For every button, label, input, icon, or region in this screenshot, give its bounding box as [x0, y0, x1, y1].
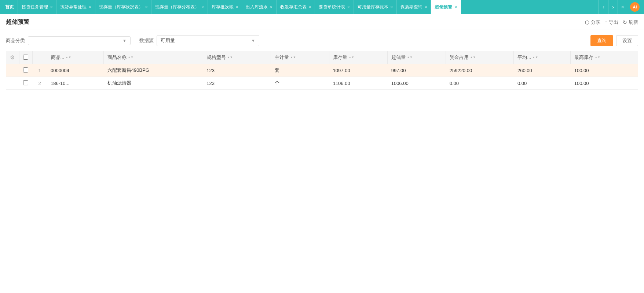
export-icon: ↑ [605, 19, 607, 25]
close-icon[interactable]: × [201, 5, 204, 9]
th-overstock: 超储量 ▲▼ [388, 51, 446, 64]
row-avg: 260.00 [514, 64, 571, 77]
th-spec: 规格型号 ▲▼ [203, 51, 271, 64]
close-icon[interactable]: × [145, 5, 147, 9]
row-stock: 1097.00 [329, 64, 388, 77]
chevron-down-icon: ▼ [122, 38, 127, 43]
sort-stock[interactable]: 库存量 ▲▼ [333, 54, 354, 61]
nav-tab-task-mgmt[interactable]: 拣货任务管理 × [18, 0, 56, 14]
row-gear [6, 64, 19, 77]
export-button[interactable]: ↑ 导出 [605, 19, 618, 26]
sort-arrows-icon: ▲▼ [227, 56, 233, 59]
nav-tab-quality-check[interactable]: 保质期查询 × [397, 0, 431, 14]
nav-prev-button[interactable]: ‹ [599, 0, 608, 14]
row-max-stock: 100.00 [571, 64, 638, 77]
page-title: 超储预警 [6, 18, 29, 26]
nav-tab-label: 库存批次账 [212, 4, 234, 10]
nav-tab-stock-dist[interactable]: 现存量（库存分布表） × [151, 0, 208, 14]
refresh-button[interactable]: ↻ 刷新 [623, 19, 638, 26]
close-icon[interactable]: × [347, 5, 350, 9]
row-checkbox[interactable] [23, 80, 28, 85]
sort-item-code[interactable]: 商品... ▲▼ [51, 54, 72, 61]
sort-unit[interactable]: 主计量 ▲▼ [275, 54, 296, 61]
settings-button[interactable]: 设置 [616, 35, 638, 46]
top-nav: 首页 拣货任务管理 × 拣货异常处理 × 现存量（库存状况表） × 现存量（库存… [0, 0, 644, 14]
close-icon[interactable]: × [425, 5, 427, 9]
nav-next-button[interactable]: › [608, 0, 618, 14]
category-filter: 商品分类 ▼ [6, 36, 131, 45]
nav-tab-io-flow[interactable]: 出入库流水 × [242, 0, 276, 14]
nav-tab-order-stat[interactable]: 要货单统计表 × [315, 0, 354, 14]
row-unit: 套 [271, 64, 329, 77]
row-avg: 0.00 [514, 77, 571, 90]
sort-arrows-icon: ▲▼ [532, 56, 538, 59]
share-button[interactable]: ⬡ 分享 [585, 19, 600, 26]
sort-item-name[interactable]: 商品名称 ▲▼ [107, 54, 133, 61]
row-capital: 0.00 [446, 77, 514, 90]
sort-overstock[interactable]: 超储量 ▲▼ [391, 54, 413, 61]
table-header-row: ⚙ 商品... ▲▼ 商品名称 [6, 51, 638, 64]
nav-tab-overstock-alert[interactable]: 超储预警 × [431, 0, 461, 14]
nav-arrows: ‹ › × [599, 0, 627, 14]
nav-tab-label: 超储预警 [435, 4, 452, 10]
datasource-label: 数据源 [139, 37, 154, 44]
overstock-table: ⚙ 商品... ▲▼ 商品名称 [6, 51, 638, 90]
table-row: 2 186-10... 机油滤清器 123 个 1106.00 1006.00 … [6, 77, 638, 90]
row-unit: 个 [271, 77, 329, 90]
chevron-down-icon: ▼ [251, 38, 255, 43]
sort-arrows-icon: ▲▼ [348, 56, 354, 59]
row-item-code: 186-10... [47, 77, 104, 90]
sort-avg[interactable]: 平均... ▲▼ [517, 54, 538, 61]
close-icon[interactable]: × [454, 5, 457, 9]
close-icon[interactable]: × [89, 5, 91, 9]
share-icon: ⬡ [585, 19, 589, 25]
nav-tab-collect-summary[interactable]: 收发存汇总表 × [277, 0, 315, 14]
datasource-filter: 数据源 可用量 ▼ [139, 35, 259, 46]
query-button[interactable]: 查询 [590, 35, 613, 46]
close-icon[interactable]: × [391, 5, 393, 9]
th-gear: ⚙ [6, 51, 19, 64]
nav-tab-stock-batch[interactable]: 库存批次账 × [208, 0, 242, 14]
row-stock: 1106.00 [329, 77, 388, 90]
nav-tab-label: 出入库流水 [246, 4, 268, 10]
row-checkbox[interactable] [23, 67, 28, 73]
nav-tab-label: 拣货任务管理 [22, 4, 48, 10]
nav-more-button[interactable]: × [618, 0, 627, 14]
nav-tab-stock-status[interactable]: 现存量（库存状况表） × [95, 0, 151, 14]
th-stock: 库存量 ▲▼ [329, 51, 388, 64]
nav-tab-label: 可用量库存账本 [358, 4, 388, 10]
gear-icon[interactable]: ⚙ [10, 54, 15, 60]
row-max-stock: 100.00 [571, 77, 638, 90]
sort-arrows-icon: ▲▼ [65, 56, 71, 59]
category-select[interactable]: ▼ [28, 36, 131, 45]
close-icon[interactable]: × [50, 5, 52, 9]
sort-spec[interactable]: 规格型号 ▲▼ [207, 54, 233, 61]
row-item-code: 0000004 [47, 64, 104, 77]
sort-capital[interactable]: 资金占用 ▲▼ [450, 54, 476, 61]
sort-arrows-icon: ▲▼ [290, 56, 296, 59]
page-content: 超储预警 ⬡ 分享 ↑ 导出 ↻ 刷新 商品分类 ▼ 数据源 [0, 14, 644, 293]
th-check [19, 51, 32, 64]
filter-area: 商品分类 ▼ 数据源 可用量 ▼ 查询 设置 [0, 30, 644, 51]
nav-tab-label: 拣货异常处理 [60, 4, 87, 10]
datasource-select[interactable]: 可用量 ▼ [157, 35, 259, 46]
close-icon[interactable]: × [236, 5, 238, 9]
th-capital: 资金占用 ▲▼ [446, 51, 514, 64]
sort-max-stock[interactable]: 最高库存 ▲▼ [574, 54, 600, 61]
page-header: 超储预警 ⬡ 分享 ↑ 导出 ↻ 刷新 [0, 14, 644, 30]
close-icon[interactable]: × [270, 5, 272, 9]
select-all-checkbox[interactable] [23, 55, 28, 60]
row-spec: 123 [203, 64, 271, 77]
nav-tab-home[interactable]: 首页 [1, 0, 18, 14]
row-index: 1 [32, 64, 47, 77]
table-container: ⚙ 商品... ▲▼ 商品名称 [0, 51, 644, 90]
row-index: 2 [32, 77, 47, 90]
nav-tab-label: 现存量（库存状况表） [99, 4, 143, 10]
nav-tab-avail-stock[interactable]: 可用量库存账本 × [354, 0, 397, 14]
th-item-code: 商品... ▲▼ [47, 51, 104, 64]
row-spec: 123 [203, 77, 271, 90]
close-icon[interactable]: × [309, 5, 311, 9]
nav-tab-exception-proc[interactable]: 拣货异常处理 × [56, 0, 95, 14]
row-item-name: 六配套新昌490BPG [104, 64, 203, 77]
table-row: 1 0000004 六配套新昌490BPG 123 套 1097.00 997.… [6, 64, 638, 77]
